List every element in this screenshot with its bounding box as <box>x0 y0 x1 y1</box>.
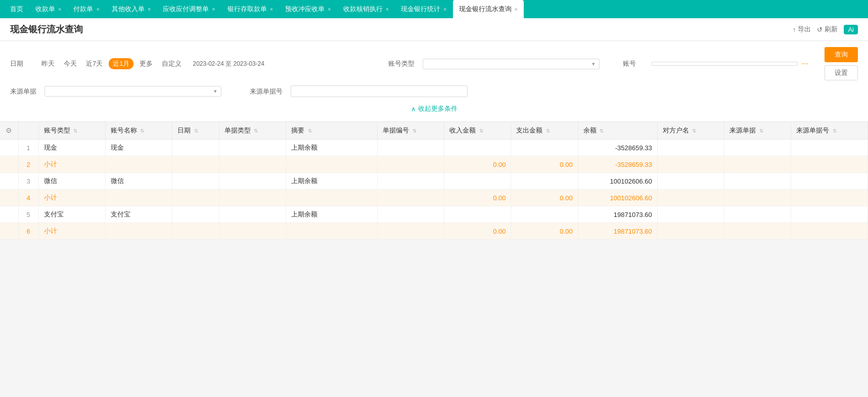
sort-icon[interactable]: ⇅ <box>692 128 696 134</box>
table-cell <box>105 156 172 173</box>
table-cell <box>444 173 511 190</box>
col-doc-no: 单据编号 ⇅ <box>378 122 444 140</box>
action-buttons: 查询 设置 <box>825 47 858 80</box>
col-expense: 支出金额 ⇅ <box>511 122 578 140</box>
close-icon[interactable]: × <box>443 6 446 12</box>
close-icon[interactable]: × <box>328 6 331 12</box>
table-cell <box>172 156 219 173</box>
nav-item-receipt[interactable]: 收款单 × <box>29 0 67 18</box>
gear-icon[interactable]: ⚙ <box>6 126 12 135</box>
sort-icon[interactable]: ⇅ <box>73 128 77 134</box>
date-btn-custom[interactable]: 自定义 <box>159 58 185 69</box>
col-summary: 摘要 ⇅ <box>286 122 378 140</box>
ai-button[interactable]: Ai <box>844 25 858 34</box>
table-cell: 3 <box>18 173 38 190</box>
table-cell <box>378 173 444 190</box>
table-cell: 微信 <box>105 173 172 190</box>
account-more-icon[interactable]: ··· <box>802 59 808 68</box>
col-account-name: 账号名称 ⇅ <box>105 122 172 140</box>
filter-row-source: 来源单据 ▾ 来源单据号 <box>10 85 858 97</box>
source-doc-select[interactable]: ▾ <box>44 86 221 97</box>
nav-item-bank-flow[interactable]: 现金银行流水查询 × <box>453 0 524 18</box>
date-btn-more[interactable]: 更多 <box>136 58 156 69</box>
refresh-icon: ↺ <box>817 26 823 33</box>
table-cell: 0.00 <box>511 223 578 240</box>
table-cell <box>378 190 444 206</box>
nav-item-bank-deposit[interactable]: 银行存取款单 × <box>221 0 279 18</box>
export-button[interactable]: ↑ 导出 <box>793 25 811 34</box>
table-cell <box>0 190 18 206</box>
col-settings: ⚙ <box>0 122 18 140</box>
table-row: 2小计0.000.00-3528659.33 <box>0 156 868 173</box>
col-account-type: 账号类型 ⇅ <box>38 122 105 140</box>
close-icon[interactable]: × <box>96 6 99 12</box>
sort-icon[interactable]: ⇅ <box>194 128 198 134</box>
table-row: 5支付宝支付宝上期余额19871073.60 <box>0 206 868 223</box>
date-btn-yesterday[interactable]: 昨天 <box>38 58 58 69</box>
table-cell <box>172 223 219 240</box>
sort-icon[interactable]: ⇅ <box>140 128 144 134</box>
sort-icon[interactable]: ⇅ <box>759 128 763 134</box>
table-cell <box>219 223 286 240</box>
nav-item-collection[interactable]: 收款核销执行 × <box>337 0 395 18</box>
account-input[interactable] <box>651 62 797 66</box>
close-icon[interactable]: × <box>58 6 61 12</box>
close-icon[interactable]: × <box>515 6 518 12</box>
source-doc-label: 来源单据 <box>10 87 36 96</box>
header-actions: ↑ 导出 ↺ 刷新 Ai <box>793 25 858 34</box>
table-cell: 6 <box>18 223 38 240</box>
close-icon[interactable]: × <box>212 6 215 12</box>
sort-icon[interactable]: ⇅ <box>833 128 837 134</box>
table-cell <box>219 190 286 206</box>
sort-icon[interactable]: ⇅ <box>413 128 417 134</box>
account-type-select[interactable]: ▾ <box>423 59 600 69</box>
table-cell: 支付宝 <box>105 206 172 223</box>
table-row: 6小计0.000.0019871073.60 <box>0 223 868 240</box>
collapse-icon: ∧ <box>411 105 416 113</box>
date-btn-today[interactable]: 今天 <box>61 58 80 69</box>
table-cell <box>219 156 286 173</box>
sort-icon[interactable]: ⇅ <box>600 128 604 134</box>
table-cell <box>378 140 444 156</box>
nav-item-adjustment[interactable]: 应收应付调整单 × <box>157 0 221 18</box>
date-btn-1month[interactable]: 近1月 <box>109 58 133 69</box>
sort-icon[interactable]: ⇅ <box>479 128 483 134</box>
table-cell: 5 <box>18 206 38 223</box>
table-cell <box>105 223 172 240</box>
nav-item-bank-stats[interactable]: 现金银行统计 × <box>395 0 452 18</box>
table-cell <box>657 206 724 223</box>
sort-icon[interactable]: ⇅ <box>546 128 550 134</box>
table-cell <box>172 190 219 206</box>
account-label: 账号 <box>623 59 643 68</box>
table-cell: 4 <box>18 190 38 206</box>
table-cell: 现金 <box>105 140 172 156</box>
table-cell: 19871073.60 <box>578 223 657 240</box>
page-title: 现金银行流水查询 <box>10 23 83 35</box>
date-btn-7days[interactable]: 近7天 <box>83 58 106 69</box>
filter-area: 日期 昨天 今天 近7天 近1月 更多 自定义 2023-02-24 至 202… <box>0 41 868 122</box>
table-cell <box>511 173 578 190</box>
nav-item-payment[interactable]: 付款单 × <box>67 0 105 18</box>
sort-icon[interactable]: ⇅ <box>254 128 258 134</box>
sort-icon[interactable]: ⇅ <box>308 128 312 134</box>
settings-button[interactable]: 设置 <box>825 65 858 80</box>
source-doc-no-input[interactable] <box>291 85 468 97</box>
chevron-down-icon: ▾ <box>592 61 595 67</box>
collapse-button[interactable]: ∧ 收起更多条件 <box>10 102 858 115</box>
refresh-button[interactable]: ↺ 刷新 <box>817 25 838 34</box>
close-icon[interactable]: × <box>270 6 273 12</box>
table-cell: 上期余额 <box>286 206 378 223</box>
close-icon[interactable]: × <box>386 6 389 12</box>
table-cell <box>791 190 868 206</box>
col-source-doc: 来源单据 ⇅ <box>724 122 791 140</box>
col-doc-type: 单据类型 ⇅ <box>219 122 286 140</box>
table-row: 4小计0.000.00100102606.60 <box>0 190 868 206</box>
table-cell <box>724 140 791 156</box>
chevron-down-icon: ▾ <box>214 88 217 95</box>
nav-item-advance[interactable]: 预收冲应收单 × <box>279 0 337 18</box>
query-button[interactable]: 查询 <box>825 47 858 62</box>
close-icon[interactable]: × <box>148 6 151 12</box>
nav-item-other-income[interactable]: 其他收入单 × <box>106 0 157 18</box>
nav-item-home[interactable]: 首页 <box>4 0 29 18</box>
table-cell <box>219 173 286 190</box>
